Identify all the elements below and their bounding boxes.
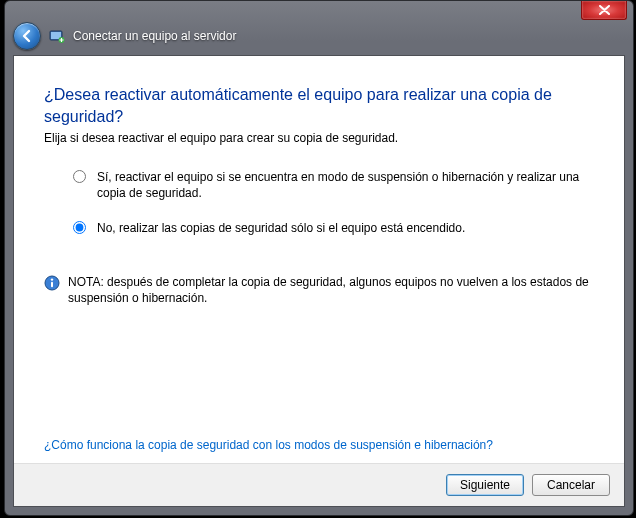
content-area: ¿Desea reactivar automáticamente el equi… bbox=[14, 56, 624, 464]
wizard-window: Conectar un equipo al servidor ¿Desea re… bbox=[4, 0, 634, 516]
next-button[interactable]: Siguiente bbox=[446, 474, 524, 496]
note-row: NOTA: después de completar la copia de s… bbox=[44, 274, 594, 306]
titlebar bbox=[5, 1, 633, 21]
info-icon bbox=[44, 275, 60, 291]
page-subtext: Elija si desea reactivar el equipo para … bbox=[44, 131, 594, 145]
svg-point-4 bbox=[51, 278, 53, 280]
radio-no-label: No, realizar las copias de seguridad sól… bbox=[97, 220, 465, 236]
radio-no-input[interactable] bbox=[73, 221, 86, 234]
radio-option-yes[interactable]: Sí, reactivar el equipo si se encuentra … bbox=[68, 169, 594, 201]
close-icon bbox=[599, 5, 610, 15]
radio-yes-label: Sí, reactivar el equipo si se encuentra … bbox=[97, 169, 594, 201]
note-text: NOTA: después de completar la copia de s… bbox=[68, 274, 594, 306]
arrow-left-icon bbox=[20, 29, 34, 43]
footer: Siguiente Cancelar bbox=[14, 463, 624, 506]
radio-yes-input[interactable] bbox=[73, 170, 86, 183]
content-panel: ¿Desea reactivar automáticamente el equi… bbox=[13, 55, 625, 507]
radio-group: Sí, reactivar el equipo si se encuentra … bbox=[68, 169, 594, 236]
help-link[interactable]: ¿Cómo funciona la copia de seguridad con… bbox=[44, 438, 493, 452]
back-button[interactable] bbox=[13, 22, 41, 50]
radio-option-no[interactable]: No, realizar las copias de seguridad sól… bbox=[68, 220, 594, 236]
wizard-title: Conectar un equipo al servidor bbox=[73, 29, 236, 43]
svg-rect-5 bbox=[51, 282, 53, 288]
cancel-button[interactable]: Cancelar bbox=[532, 474, 610, 496]
page-heading: ¿Desea reactivar automáticamente el equi… bbox=[44, 84, 594, 127]
close-button[interactable] bbox=[581, 1, 627, 20]
wizard-app-icon bbox=[49, 28, 65, 44]
wizard-header: Conectar un equipo al servidor bbox=[5, 21, 633, 51]
